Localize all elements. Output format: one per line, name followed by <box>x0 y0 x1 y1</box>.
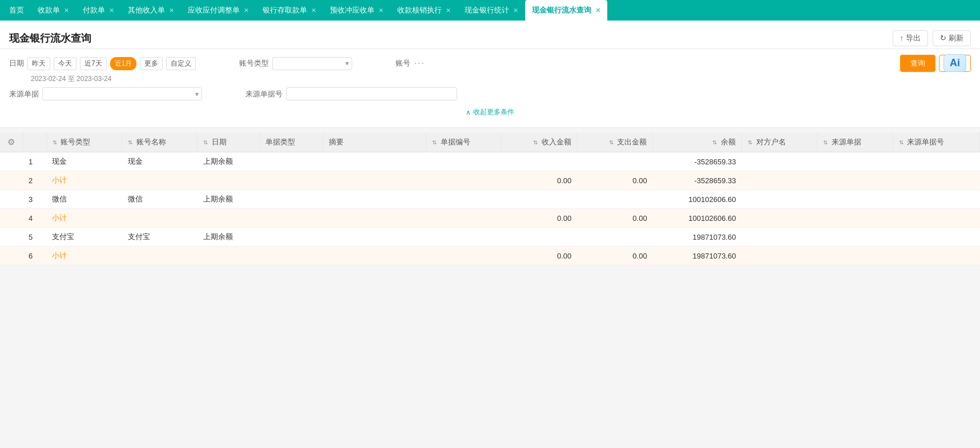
nav-bank-deposit[interactable]: 银行存取款单 ✕ <box>256 0 323 21</box>
account-type-select[interactable] <box>272 57 352 70</box>
account-type-filter-group: 账号类型 <box>239 57 352 70</box>
row-index: 4 <box>23 209 46 228</box>
row-source-doc <box>817 247 893 265</box>
table-row: 2小计0.000.00-3528659.33 <box>0 171 980 190</box>
sort-account-name-icon[interactable]: ⇅ <box>128 139 132 146</box>
nav-adjustment[interactable]: 应收应付调整单 ✕ <box>181 0 256 21</box>
col-doc-num-header: ⇅ 单据编号 <box>426 132 501 152</box>
row-source-doc <box>817 152 893 171</box>
row-source-doc-num <box>893 171 979 190</box>
row-date <box>197 247 260 265</box>
sort-account-type-icon[interactable]: ⇅ <box>53 139 57 146</box>
row-summary <box>322 247 426 265</box>
row-account-name <box>122 247 197 265</box>
close-verify-icon[interactable]: ✕ <box>446 0 451 21</box>
close-other-income-icon[interactable]: ✕ <box>169 0 174 21</box>
row-account-type: 现金 <box>46 152 122 171</box>
table-row: 6小计0.000.0019871073.60 <box>0 247 980 265</box>
top-nav: 首页 收款单 ✕ 付款单 ✕ 其他收入单 ✕ 应收应付调整单 ✕ 银行存取款单 … <box>0 0 980 21</box>
sort-balance-icon[interactable]: ⇅ <box>712 139 717 146</box>
row-expense: 0.00 <box>577 171 652 190</box>
filter-row-1: 日期 昨天 今天 近7天 近1月 更多 自定义 账号类型 账号 ··· <box>9 55 971 72</box>
account-dots-button[interactable]: ··· <box>414 58 425 68</box>
source-doc-select[interactable] <box>42 87 202 100</box>
row-counterparty <box>742 228 817 247</box>
nav-flow-query[interactable]: 现金银行流水查询 ✕ <box>525 0 607 21</box>
col-source-doc-num-header: ⇅ 来源单据号 <box>893 132 979 152</box>
close-flow-query-icon[interactable]: ✕ <box>595 0 600 21</box>
collapse-bar[interactable]: ∧ 收起更多条件 <box>9 105 971 122</box>
sort-date-icon[interactable]: ⇅ <box>203 139 208 146</box>
close-adjustment-icon[interactable]: ✕ <box>244 0 249 21</box>
nav-stats[interactable]: 现金银行统计 ✕ <box>458 0 525 21</box>
date-yesterday[interactable]: 昨天 <box>27 57 50 70</box>
nav-receipts[interactable]: 收款单 ✕ <box>31 0 76 21</box>
date-1month[interactable]: 近1月 <box>110 57 137 70</box>
table-header-row: ⚙ ⇅ 账号类型 ⇅ 账号名称 ⇅ 日期 单据类型 <box>0 132 980 152</box>
close-stats-icon[interactable]: ✕ <box>513 0 518 21</box>
date-filter-group: 日期 昨天 今天 近7天 近1月 更多 自定义 <box>9 57 196 70</box>
account-type-select-wrapper <box>272 57 352 70</box>
row-doc-type <box>260 209 322 228</box>
source-doc-num-label: 来源单据号 <box>245 89 283 99</box>
ai-badge[interactable]: Ai <box>943 54 966 72</box>
date-more[interactable]: 更多 <box>140 57 163 70</box>
close-prepayment-icon[interactable]: ✕ <box>378 0 384 21</box>
row-counterparty <box>742 209 817 228</box>
source-doc-num-filter-group: 来源单据号 <box>245 87 457 100</box>
row-account-type: 小计 <box>46 209 122 228</box>
col-expense-header: ⇅ 支出金额 <box>577 132 652 152</box>
row-index: 6 <box>23 247 46 265</box>
row-balance: 100102606.60 <box>653 209 742 228</box>
sort-counterparty-icon[interactable]: ⇅ <box>748 139 752 146</box>
col-summary-header: 摘要 <box>322 132 426 152</box>
nav-verify[interactable]: 收款核销执行 ✕ <box>390 0 458 21</box>
row-index: 2 <box>23 171 46 190</box>
nav-other-income[interactable]: 其他收入单 ✕ <box>121 0 181 21</box>
close-receipts-icon[interactable]: ✕ <box>64 0 69 21</box>
close-bank-deposit-icon[interactable]: ✕ <box>311 0 316 21</box>
row-counterparty <box>742 171 817 190</box>
sort-expense-icon[interactable]: ⇅ <box>609 139 614 146</box>
filter-area: 日期 昨天 今天 近7天 近1月 更多 自定义 账号类型 账号 ··· <box>0 49 980 128</box>
row-expense <box>577 190 652 209</box>
sort-income-icon[interactable]: ⇅ <box>533 139 538 146</box>
source-doc-num-input[interactable] <box>286 87 457 100</box>
row-source-doc <box>817 209 893 228</box>
nav-prepayment[interactable]: 预收冲应收单 ✕ <box>323 0 390 21</box>
close-payments-icon[interactable]: ✕ <box>109 0 114 21</box>
row-counterparty <box>742 247 817 265</box>
sort-doc-num-icon[interactable]: ⇅ <box>432 139 437 146</box>
source-doc-label: 来源单据 <box>9 89 39 99</box>
row-doc-type <box>260 247 322 265</box>
page-title: 现金银行流水查询 <box>9 31 91 45</box>
row-settings <box>0 209 23 228</box>
row-settings <box>0 247 23 265</box>
sort-source-doc-num-icon[interactable]: ⇅ <box>899 139 904 146</box>
row-summary <box>322 190 426 209</box>
row-income: 0.00 <box>502 209 577 228</box>
row-doc-type <box>260 190 322 209</box>
table-settings-icon[interactable]: ⚙ <box>7 137 15 147</box>
date-custom[interactable]: 自定义 <box>166 57 196 70</box>
date-7days[interactable]: 近7天 <box>80 57 107 70</box>
export-button[interactable]: ↑ 导出 <box>893 30 929 46</box>
row-account-type: 支付宝 <box>46 228 122 247</box>
row-settings <box>0 171 23 190</box>
row-date: 上期余额 <box>197 152 260 171</box>
row-doc-num <box>426 247 501 265</box>
date-today[interactable]: 今天 <box>54 57 76 70</box>
col-date-header: ⇅ 日期 <box>197 132 260 152</box>
row-balance: 19871073.60 <box>653 247 742 265</box>
row-expense <box>577 152 652 171</box>
sort-source-doc-icon[interactable]: ⇅ <box>823 139 828 146</box>
col-income-header: ⇅ 收入金额 <box>502 132 577 152</box>
refresh-button[interactable]: ↻ 刷新 <box>933 30 971 46</box>
nav-payments[interactable]: 付款单 ✕ <box>76 0 121 21</box>
account-label: 账号 <box>396 58 410 68</box>
row-date <box>197 171 260 190</box>
row-doc-type <box>260 152 322 171</box>
row-account-name <box>122 171 197 190</box>
nav-home[interactable]: 首页 <box>2 0 31 21</box>
query-button[interactable]: 查询 <box>900 55 935 72</box>
